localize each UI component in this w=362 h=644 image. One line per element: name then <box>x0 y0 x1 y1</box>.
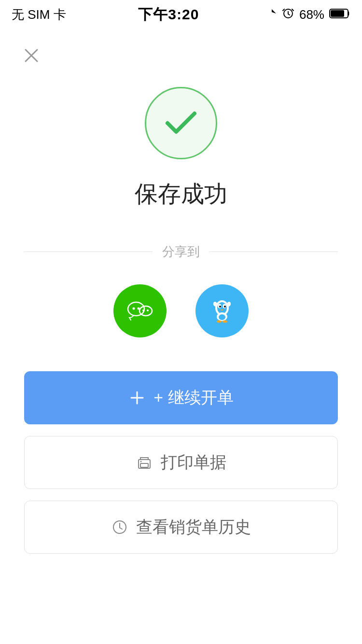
svg-point-14 <box>224 306 226 308</box>
svg-rect-2 <box>331 10 344 17</box>
plus-icon <box>128 389 146 406</box>
share-icons <box>24 284 338 337</box>
svg-point-17 <box>217 320 222 322</box>
status-time: 下午3:20 <box>138 5 199 25</box>
divider-right <box>209 252 338 252</box>
print-button[interactable]: 打印单据 <box>24 436 338 489</box>
qq-icon <box>207 295 238 327</box>
svg-point-8 <box>147 309 149 311</box>
svg-point-4 <box>139 306 152 316</box>
print-label: 打印单据 <box>161 451 226 474</box>
svg-point-16 <box>219 314 225 320</box>
share-divider: 分享到 <box>24 243 338 260</box>
continue-order-label: + 继续开单 <box>153 387 233 409</box>
share-qq-button[interactable] <box>195 284 249 337</box>
status-left: 无 SIM 卡 <box>12 6 71 23</box>
print-icon <box>136 454 153 471</box>
svg-point-6 <box>137 307 139 309</box>
divider-left <box>24 252 153 252</box>
status-right: 68% <box>266 7 350 23</box>
battery-text: 68% <box>299 7 324 22</box>
share-label: 分享到 <box>162 243 200 260</box>
svg-point-13 <box>219 306 221 308</box>
svg-point-23 <box>140 461 142 462</box>
alarm-icon <box>282 7 294 23</box>
status-bar: 无 SIM 卡 下午3:20 68% <box>0 0 362 29</box>
success-section: 保存成功 <box>0 68 362 224</box>
carrier-text: 无 SIM 卡 <box>12 6 66 23</box>
wechat-icon <box>125 295 156 327</box>
success-circle <box>145 87 217 159</box>
share-wechat-button[interactable] <box>113 284 167 337</box>
history-label: 查看销货单历史 <box>136 516 251 538</box>
svg-point-10 <box>217 302 227 314</box>
svg-point-5 <box>132 307 135 309</box>
battery-icon <box>329 7 350 22</box>
svg-point-18 <box>223 320 227 322</box>
close-area <box>0 29 362 68</box>
history-icon <box>111 518 128 536</box>
location-icon <box>266 7 277 22</box>
share-section: 分享到 <box>0 224 362 357</box>
history-button[interactable]: 查看销货单历史 <box>24 501 338 554</box>
continue-order-button[interactable]: + 继续开单 <box>24 371 338 424</box>
close-button[interactable] <box>19 43 43 68</box>
svg-point-7 <box>142 309 144 311</box>
actions-section: + 继续开单 打印单据 查看销货单历史 <box>0 357 362 568</box>
checkmark-icon <box>162 103 200 143</box>
success-title: 保存成功 <box>135 179 227 210</box>
svg-point-3 <box>128 302 144 316</box>
svg-rect-22 <box>140 463 148 467</box>
